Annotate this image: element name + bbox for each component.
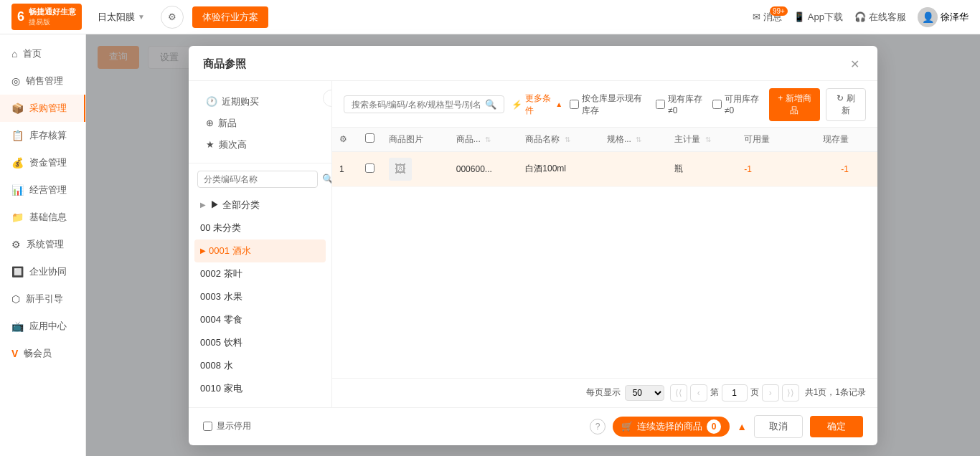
category-search-icon[interactable]: 🔍	[322, 174, 332, 184]
cat-item-c0001[interactable]: ▶ 0001 酒水	[194, 239, 326, 262]
cat-item-c00[interactable]: 00 未分类	[194, 217, 326, 239]
page-label: 第	[710, 386, 719, 399]
confirm-button[interactable]: 确定	[810, 416, 863, 437]
chevron-up-icon: ▲	[555, 100, 562, 108]
last-page-button[interactable]: ⟩⟩	[782, 384, 799, 402]
nonzero-available-checkbox[interactable]	[712, 100, 722, 109]
td-spec	[600, 151, 667, 186]
product-search-box: 🔍	[344, 95, 504, 113]
sidebar-item-purchase[interactable]: 📦 采购管理	[0, 95, 85, 122]
sort-arrows-name: ⇅	[565, 136, 570, 143]
message-icon: ✉	[753, 11, 760, 22]
th-spec[interactable]: 规格... ⇅	[600, 128, 667, 152]
show-disabled-toggle[interactable]: 显示停用	[203, 420, 251, 432]
by-warehouse-checkbox[interactable]	[570, 100, 579, 109]
cart-area[interactable]: 🛒 连续选择的商品 0	[613, 417, 730, 437]
add-product-button[interactable]: + 新增商品	[769, 88, 820, 121]
help-button[interactable]: ?	[590, 419, 606, 434]
chevron-down-icon: ▼	[138, 13, 145, 21]
logo-icon: 6	[17, 9, 24, 24]
settings-button[interactable]: ⚙	[161, 6, 184, 29]
sidebar-item-finance[interactable]: 💰 资金管理	[0, 149, 85, 176]
product-search-input[interactable]	[352, 100, 481, 110]
cat-item-c0005[interactable]: 0005 饮料	[194, 331, 326, 354]
product-reference-modal: 商品参照 ✕ 🕐 近期购买 ⊕ 新品 ★	[189, 46, 877, 445]
category-search-input[interactable]	[197, 171, 318, 188]
quick-new[interactable]: ⊕ 新品	[200, 113, 320, 134]
first-page-button[interactable]: ⟨⟨	[670, 384, 687, 402]
cat-item-c0010[interactable]: 0010 家电	[194, 377, 326, 400]
next-page-button[interactable]: ›	[762, 384, 779, 402]
enterprise-icon: 🔲	[11, 266, 24, 277]
cart-collapse-button[interactable]: ▲	[737, 421, 747, 432]
toolbar-right: + 新增商品 ↻ 刷新	[769, 88, 866, 121]
prev-page-button[interactable]: ‹	[690, 384, 707, 402]
cat-item-c0008[interactable]: 0008 水	[194, 354, 326, 377]
sidebar-item-enterprise[interactable]: 🔲 企业协同	[0, 258, 85, 285]
nav-dropdown[interactable]: 日太阳膜 ▼	[90, 8, 152, 27]
th-name[interactable]: 商品名称 ⇅	[518, 128, 600, 152]
online-service-nav-item[interactable]: 🎧 在线客服	[854, 11, 906, 24]
cat-item-c0003[interactable]: 0003 水果	[194, 285, 326, 308]
th-unit[interactable]: 主计量 ⇅	[667, 128, 737, 152]
show-disabled-checkbox[interactable]	[203, 422, 212, 431]
sidebar-item-inventory[interactable]: 📋 库存核算	[0, 122, 85, 149]
sidebar-item-home[interactable]: ⌂ 首页	[0, 40, 85, 67]
quick-recent[interactable]: 🕐 近期购买	[200, 91, 320, 113]
plus-circle-icon: ⊕	[206, 118, 214, 128]
page-nav: ⟨⟨ ‹ 第 页 › ⟩⟩	[670, 384, 799, 402]
th-settings[interactable]: ⚙	[332, 128, 358, 152]
select-all-checkbox[interactable]	[365, 133, 374, 143]
cat-item-c0004[interactable]: 0004 零食	[194, 308, 326, 331]
user-area[interactable]: 👤 徐泽华	[918, 7, 969, 27]
th-code[interactable]: 商品... ⇅	[449, 128, 519, 152]
th-available: 可用量	[737, 128, 792, 152]
table-row[interactable]: 1 🖼 000600... 白酒100ml	[332, 151, 877, 186]
cat-item-c0002[interactable]: 0002 茶叶	[194, 262, 326, 285]
td-checkbox[interactable]	[358, 151, 382, 186]
table-header-row: ⚙ 商品图片 商品... ⇅	[332, 128, 877, 152]
quick-frequent[interactable]: ★ 频次高	[200, 134, 320, 156]
sales-icon: ◎	[11, 75, 20, 87]
cat-item-all[interactable]: ▶ ▶ 全部分类	[194, 194, 326, 217]
sidebar-item-operations[interactable]: 📊 经营管理	[0, 176, 85, 204]
sidebar-item-basic[interactable]: 📁 基础信息	[0, 204, 85, 231]
search-icon[interactable]: 🔍	[485, 99, 496, 110]
nonzero-stock-checkbox[interactable]	[656, 100, 665, 109]
modal-close-button[interactable]: ✕	[846, 56, 863, 73]
check-nonzero-available[interactable]: 可用库存≠0	[712, 93, 762, 115]
check-by-warehouse[interactable]: 按仓库显示现有库存	[570, 92, 649, 117]
app-download-nav-item[interactable]: 📱 App下载	[793, 11, 843, 24]
sidebar-item-system[interactable]: ⚙ 系统管理	[0, 231, 85, 258]
sort-arrows-spec: ⇅	[636, 136, 641, 143]
per-page-area: 每页显示 50 20 100	[586, 385, 664, 401]
messages-nav-item[interactable]: ✉ 消息 99+	[753, 11, 782, 24]
sidebar-item-member[interactable]: V 畅会员	[0, 340, 85, 367]
cancel-button[interactable]: 取消	[754, 415, 803, 438]
more-filter-button[interactable]: ⚡ 更多条件 ▲	[512, 92, 562, 117]
check-nonzero-stock[interactable]: 现有库存≠0	[656, 93, 705, 115]
logo[interactable]: 6 畅捷通好生意 捷易版	[11, 4, 82, 30]
td-image: 🖼	[382, 151, 449, 186]
page-input[interactable]	[722, 384, 748, 402]
trial-button[interactable]: 体验行业方案	[192, 6, 268, 28]
refresh-button[interactable]: ↻ 刷新	[826, 88, 866, 121]
td-name: 白酒100ml	[518, 151, 600, 186]
category-search-area: 🔍	[189, 168, 331, 194]
column-settings-icon[interactable]: ⚙	[339, 134, 347, 144]
avatar: 👤	[918, 7, 938, 27]
per-page-select[interactable]: 50 20 100	[625, 385, 664, 401]
cart-icon: 🛒	[621, 421, 633, 432]
sort-arrows-unit: ⇅	[705, 136, 711, 143]
sidebar-item-guide[interactable]: ⬡ 新手引导	[0, 285, 85, 313]
headset-icon: 🎧	[854, 11, 866, 22]
td-stock: -1	[792, 151, 877, 186]
th-checkbox[interactable]	[358, 128, 382, 152]
sidebar-item-sales[interactable]: ◎ 销售管理	[0, 67, 85, 95]
cart-label: 连续选择的商品	[637, 420, 702, 433]
messages-badge: 99+	[770, 6, 788, 16]
home-icon: ⌂	[11, 48, 17, 60]
row-checkbox[interactable]	[365, 163, 374, 173]
footer-right: ? 🛒 连续选择的商品 0 ▲ 取消 确定	[590, 415, 863, 438]
sidebar-item-appstore[interactable]: 📺 应用中心	[0, 313, 85, 340]
